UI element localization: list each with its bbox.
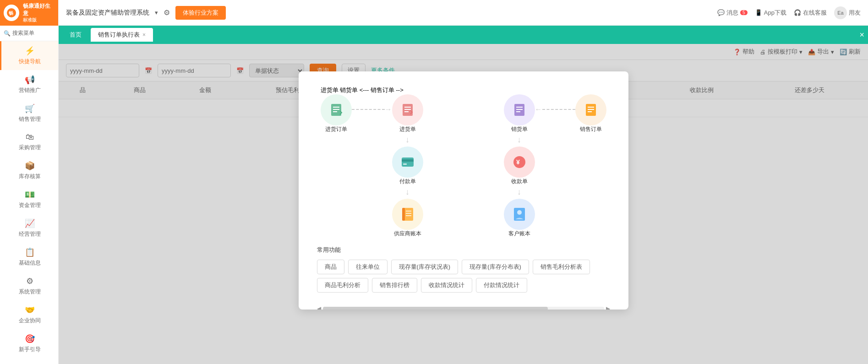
gear-icon[interactable]: ⚙	[164, 8, 170, 17]
svg-text:畅: 畅	[9, 11, 13, 16]
scroll-right-btn[interactable]: ▶	[606, 305, 610, 310]
sidebar-item-label: 营销推广	[19, 87, 41, 94]
modal-overlay[interactable]: 进货单 销货单 <--- 销售订单 -->	[59, 44, 868, 364]
logo-sub: 标准版	[23, 17, 55, 23]
topbar-right: 💬 消息 5 📱 App下载 🎧 在线客服 Ea 用友	[717, 6, 861, 19]
customer-ledger-circle[interactable]	[504, 199, 535, 230]
common-btn-payment-stat[interactable]: 付款情况统计	[476, 278, 527, 293]
sidebar-item-basic-info[interactable]: 📋 基础信息	[0, 243, 58, 272]
app-download-btn[interactable]: 📱 App下载	[755, 9, 786, 17]
payment-circle[interactable]	[392, 147, 423, 178]
sales-order-circle[interactable]	[575, 94, 606, 125]
tab-sales-exec[interactable]: 销售订单执行表 ×	[91, 28, 153, 42]
modal-dialog: 进货单 销货单 <--- 销售订单 -->	[299, 71, 628, 310]
sidebar-item-label: 采购管理	[19, 144, 41, 152]
basic-info-icon: 📋	[25, 247, 35, 257]
tab-sales-exec-label: 销售订单执行表	[98, 31, 140, 39]
sales-bill-circle[interactable]	[504, 94, 535, 125]
svg-rect-18	[402, 158, 414, 167]
message-btn[interactable]: 💬 消息 5	[717, 9, 748, 17]
operations-icon: 📈	[25, 218, 35, 228]
receipt-circle[interactable]: ¥	[504, 147, 535, 178]
sidebar-item-quick[interactable]: ⚡ 快捷导航	[0, 41, 58, 70]
quick-icon: ⚡	[25, 46, 35, 56]
sidebar-item-label: 新手引导	[19, 346, 41, 353]
common-buttons-container: 商品 往来单位 现存量(库存状况表) 现存量(库存分布表) 销售毛利分析表 商品…	[317, 260, 610, 293]
avatar: Ea	[834, 6, 847, 19]
sidebar-item-label: 经营管理	[19, 230, 41, 238]
common-btn-goods-profit[interactable]: 商品毛利分析	[317, 278, 368, 293]
user-menu[interactable]: Ea 用友	[834, 6, 861, 19]
svg-rect-19	[402, 159, 414, 162]
avatar-text: Ea	[837, 10, 843, 16]
svg-point-29	[517, 210, 522, 215]
purchase-order-circle[interactable]	[321, 94, 352, 125]
sidebar-item-operations[interactable]: 📈 经营管理	[0, 214, 58, 243]
tab-home[interactable]: 首页	[62, 28, 89, 42]
svg-rect-20	[403, 163, 407, 165]
logo-text: 畅康通好生意	[23, 3, 55, 17]
sidebar-item-system[interactable]: ⚙ 系统管理	[0, 272, 58, 300]
sidebar-item-purchase[interactable]: 🛍 采购管理	[0, 128, 58, 156]
modal-scrollbar: ◀ ▶	[299, 302, 628, 310]
svg-rect-24	[402, 208, 405, 221]
sidebar-logo: 畅 畅康通好生意 标准版	[0, 0, 58, 26]
common-btn-sales-profit[interactable]: 销售毛利分析表	[533, 260, 590, 274]
tabbar: 首页 销售订单执行表 × ×	[59, 26, 868, 44]
online-service-btn[interactable]: 🎧 在线客服	[794, 9, 827, 17]
payment-label: 付款单	[399, 178, 416, 185]
purchase-icon: 🛍	[26, 132, 34, 142]
supplier-ledger-circle[interactable]	[392, 199, 423, 230]
search-menu[interactable]: 🔍 搜索菜单	[0, 26, 58, 41]
topbar: 装备及固定资产辅助管理系统 ▾ ⚙ 体验行业方案 💬 消息 5 📱 App下载 …	[59, 0, 868, 26]
common-btn-receipt-stat[interactable]: 收款情况统计	[421, 278, 472, 293]
flow-item-sales-bill: 销货单	[504, 94, 535, 133]
system-title: 装备及固定资产辅助管理系统	[66, 9, 149, 17]
inventory-icon: 📦	[25, 161, 35, 171]
sidebar-item-marketing[interactable]: 📢 营销推广	[0, 70, 58, 99]
sidebar-item-finance[interactable]: 💵 资金管理	[0, 185, 58, 214]
common-btn-stock-status[interactable]: 现存量(库存状况表)	[391, 260, 459, 274]
content-area: ❓ 帮助 🖨 按模板打印 ▾ 📤 导出 ▾ 🔄	[59, 44, 868, 364]
finance-icon: 💵	[25, 190, 35, 200]
sidebar-item-label: 库存核算	[19, 173, 41, 180]
purchase-order-label: 进货订单	[325, 125, 347, 133]
sidebar-item-label: 快捷导航	[19, 58, 41, 65]
search-icon: 🔍	[4, 30, 11, 37]
sidebar-item-sales[interactable]: 🛒 销售管理	[0, 99, 58, 128]
customer-ledger-label: 客户账本	[508, 230, 530, 238]
sidebar-item-guide[interactable]: 🎯 新手引导	[0, 329, 58, 358]
scroll-left-btn[interactable]: ◀	[317, 305, 321, 310]
system-icon: ⚙	[26, 276, 33, 286]
app-download-label: App下载	[764, 9, 786, 17]
marketing-icon: 📢	[25, 75, 35, 85]
flow-diagram: 进货单 销货单 <--- 销售订单 -->	[299, 71, 628, 246]
flow-item-sales-order: 销售订单	[575, 94, 606, 133]
dropdown-icon[interactable]: ▾	[155, 9, 158, 16]
flow-item-payment: 付款单	[392, 147, 423, 185]
guide-icon: 🎯	[25, 334, 35, 344]
purchase-bill-circle[interactable]	[392, 94, 423, 125]
online-service-label: 在线客服	[803, 9, 827, 17]
sidebar-item-collab[interactable]: 🤝 企业协同	[0, 300, 58, 329]
sidebar: 畅 畅康通好生意 标准版 🔍 搜索菜单 ⚡ 快捷导航 📢 营销推广 🛒 销售管理	[0, 0, 59, 364]
service-icon: 🎧	[794, 9, 801, 16]
sales-bill-label: 销货单	[511, 125, 528, 133]
common-btn-goods[interactable]: 商品	[317, 260, 344, 274]
supplier-ledger-label: 供应商账本	[394, 230, 421, 238]
message-icon: 💬	[717, 9, 725, 16]
common-btn-stock-dist[interactable]: 现存量(库存分布表)	[462, 260, 529, 274]
common-btn-sales-rank[interactable]: 销售排行榜	[372, 278, 417, 293]
flow-item-purchase-order: 进货订单	[321, 94, 352, 133]
logo-icon: 畅	[4, 5, 19, 21]
sidebar-item-label: 基础信息	[19, 259, 41, 267]
common-functions-title: 常用功能	[317, 246, 610, 254]
flow-item-supplier-ledger: 供应商账本	[392, 199, 423, 238]
tab-bar-close-icon[interactable]: ×	[859, 30, 864, 40]
scroll-track[interactable]	[323, 307, 604, 310]
message-label: 消息	[726, 9, 738, 17]
common-btn-partners[interactable]: 往来单位	[348, 260, 388, 274]
tab-close-icon[interactable]: ×	[142, 32, 146, 38]
experience-btn[interactable]: 体验行业方案	[175, 6, 226, 20]
sidebar-item-inventory[interactable]: 📦 库存核算	[0, 156, 58, 185]
